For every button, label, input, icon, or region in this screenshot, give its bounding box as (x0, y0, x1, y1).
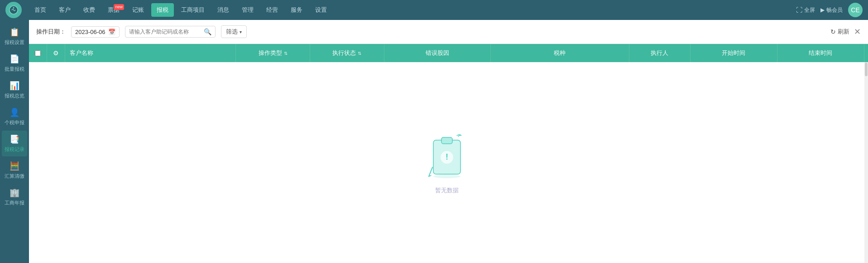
th-tax-type: 税种 (491, 44, 629, 62)
avatar[interactable]: CE (848, 3, 863, 17)
table-body-wrapper: ! 暂无数据 (29, 62, 868, 263)
nav-item-首页[interactable]: 首页 (29, 3, 52, 17)
refresh-label: 刷新 (838, 28, 849, 36)
sidebar-item-huisuanshenqing[interactable]: 🧮汇算清缴 (2, 157, 27, 183)
scrollbar-track[interactable] (864, 62, 868, 263)
fullscreen-button[interactable]: ⛶ 全屏 (796, 6, 815, 14)
sort-icon-exec-status: ⇅ (358, 51, 361, 56)
table-body: ! 暂无数据 (29, 62, 864, 263)
sidebar-label-baoshuizonglan: 报税总览 (5, 93, 24, 99)
nav-items: 首页客户收费票据new记账报税工商项目消息管理经营服务设置 (29, 3, 796, 17)
empty-illustration: ! (424, 131, 470, 181)
table-header: ⚙ 客户名称 操作类型 ⇅ 执行状态 ⇅ 错误股因 税种 (29, 44, 868, 62)
search-wrapper[interactable]: 🔍 (125, 26, 216, 38)
svg-point-9 (433, 175, 460, 178)
select-all-checkbox[interactable] (35, 50, 41, 56)
svg-text:!: ! (446, 152, 448, 161)
sidebar-label-huisuanshenqing: 汇算清缴 (5, 173, 24, 180)
sidebar-icon-baoshujilu: 📑 (10, 134, 19, 144)
sidebar-item-piliangshuiwu[interactable]: 📄批量报税 (2, 50, 27, 76)
sidebar: 📋报税设置📄批量报税📊报税总览👤个税申报📑报税记录🧮汇算清缴🏢工商年报 (0, 20, 29, 263)
sidebar-label-piliangshuiwu: 批量报税 (5, 66, 24, 73)
table-container: ⚙ 客户名称 操作类型 ⇅ 执行状态 ⇅ 错误股因 税种 (29, 44, 868, 263)
filter-button[interactable]: 筛选 ▾ (221, 25, 247, 38)
sidebar-item-geshuishenbao[interactable]: 👤个税申报 (2, 104, 27, 130)
scrollbar-thumb[interactable] (865, 63, 868, 76)
sidebar-item-baoshuizonglan[interactable]: 📊报税总览 (2, 77, 27, 103)
sidebar-label-gongshangnianbo: 工商年报 (5, 200, 24, 206)
search-input[interactable] (129, 29, 201, 35)
th-exec-status[interactable]: 执行状态 ⇅ (310, 44, 384, 62)
sidebar-icon-baoshuishezhi: 📋 (10, 27, 19, 37)
nav-item-经营[interactable]: 经营 (261, 3, 283, 17)
nav-item-报税[interactable]: 报税 (151, 3, 174, 17)
date-value: 2023-06-06 (75, 29, 106, 35)
sidebar-label-baoshujilu: 报税记录 (5, 146, 24, 153)
th-error-reason: 错误股因 (384, 44, 491, 62)
sidebar-label-baoshuishezhi: 报税设置 (5, 39, 24, 46)
date-picker[interactable]: 2023-06-06 📅 (71, 26, 120, 38)
sort-icon-op-type: ⇅ (284, 51, 288, 56)
refresh-button[interactable]: ↻ 刷新 (830, 28, 849, 36)
app-logo[interactable] (5, 2, 22, 18)
sidebar-icon-piliangshuiwu: 📄 (10, 54, 19, 64)
member-button[interactable]: ▶ 畅会员 (820, 6, 843, 14)
th-settings[interactable]: ⚙ (47, 44, 65, 62)
nav-item-客户[interactable]: 客户 (53, 3, 76, 17)
th-executor: 执行人 (629, 44, 691, 62)
nav-item-票据[interactable]: 票据new (102, 3, 125, 17)
svg-rect-4 (441, 137, 452, 144)
filter-label: 筛选 (226, 28, 238, 36)
nav-item-工商项目[interactable]: 工商项目 (176, 3, 210, 17)
nav-item-管理[interactable]: 管理 (236, 3, 259, 17)
svg-line-7 (429, 167, 432, 176)
sidebar-item-baoshujilu[interactable]: 📑报税记录 (2, 131, 27, 156)
nav-item-设置[interactable]: 设置 (310, 3, 332, 17)
top-navigation: 首页客户收费票据new记账报税工商项目消息管理经营服务设置 ⛶ 全屏 ▶ 畅会员… (0, 0, 868, 20)
sidebar-item-gongshangnianbo[interactable]: 🏢工商年报 (2, 184, 27, 210)
svg-point-1 (13, 7, 14, 9)
sidebar-label-geshuishenbao: 个税申报 (5, 119, 24, 126)
nav-item-消息[interactable]: 消息 (212, 3, 235, 17)
sidebar-icon-huisuanshenqing: 🧮 (10, 161, 19, 171)
content-area: 操作日期： 2023-06-06 📅 🔍 筛选 ▾ ↻ 刷新 ✕ (29, 20, 868, 263)
th-start-time: 开始时间 (691, 44, 777, 62)
nav-item-服务[interactable]: 服务 (285, 3, 308, 17)
th-op-type[interactable]: 操作类型 ⇅ (236, 44, 310, 62)
date-label: 操作日期： (36, 28, 66, 36)
th-checkbox[interactable] (29, 44, 47, 62)
sidebar-icon-gongshangnianbo: 🏢 (10, 188, 19, 198)
toolbar-right: ↻ 刷新 ✕ (830, 28, 861, 36)
sidebar-item-baoshuishezhi[interactable]: 📋报税设置 (2, 24, 27, 49)
th-name: 客户名称 (65, 44, 236, 62)
settings-icon: ⚙ (53, 49, 59, 57)
nav-item-收费[interactable]: 收费 (78, 3, 101, 17)
close-button[interactable]: ✕ (854, 28, 861, 36)
calendar-icon: 📅 (108, 29, 115, 35)
empty-text: 暂无数据 (435, 186, 459, 195)
nav-item-记账[interactable]: 记账 (127, 3, 149, 17)
chevron-down-icon: ▾ (240, 29, 242, 34)
search-icon: 🔍 (204, 28, 211, 35)
empty-state: ! 暂无数据 (415, 122, 479, 204)
nav-badge: new (114, 4, 124, 10)
toolbar: 操作日期： 2023-06-06 📅 🔍 筛选 ▾ ↻ 刷新 ✕ (29, 20, 868, 44)
main-layout: 📋报税设置📄批量报税📊报税总览👤个税申报📑报税记录🧮汇算清缴🏢工商年报 操作日期… (0, 20, 868, 263)
top-nav-right: ⛶ 全屏 ▶ 畅会员 CE (796, 3, 863, 17)
th-end-time: 结束时间 (777, 44, 864, 62)
refresh-icon: ↻ (830, 28, 836, 35)
sidebar-icon-geshuishenbao: 👤 (10, 107, 19, 117)
sidebar-icon-baoshuizonglan: 📊 (10, 81, 19, 91)
